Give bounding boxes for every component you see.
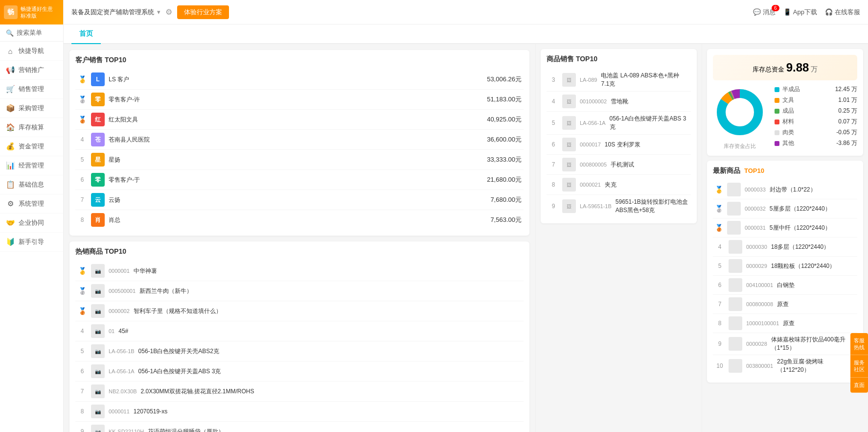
newest-product-item: 7 000800008 原查: [713, 295, 857, 314]
customer-top10-title: 客户销售 TOP10: [75, 56, 524, 65]
sidebar-item-basic[interactable]: 📋 基础信息: [0, 175, 63, 194]
newest-product-item: 8 10000100001 原查: [713, 314, 857, 333]
product-name: 夹克: [605, 181, 689, 189]
hot-product-item: 9 📷 KK-SD22110H 花语萌恒温分腿睡袋（厚款）: [75, 422, 524, 432]
product-code: 000800005: [580, 162, 607, 168]
sidebar-item-sales[interactable]: 🛒 销售管理: [0, 80, 63, 99]
app-download[interactable]: 📱 App下载: [783, 8, 817, 17]
sidebar-item-inventory[interactable]: 🏠 库存核算: [0, 118, 63, 137]
newest-product-item: 🥈 0000032 5厘多层（1220*2440）: [713, 199, 857, 218]
legend-value: -0.05 万: [836, 128, 857, 137]
nav-label-home: 快捷导航: [19, 47, 44, 55]
hot-product-item: 🥇 📷 0000001 中华神薯: [75, 261, 524, 281]
search-menu[interactable]: 🔍 搜索菜单: [0, 24, 63, 42]
rank-num: 8: [548, 181, 558, 188]
rank-medal: 🥇: [77, 75, 87, 83]
product-name: 12070519-xs: [134, 408, 522, 415]
nav-icon-inventory: 🏠: [6, 123, 15, 132]
rank-num: 4: [77, 136, 87, 143]
product-name: 手机测试: [611, 161, 689, 169]
sidebar-item-guide[interactable]: 🔰 新手引导: [0, 233, 63, 252]
customer-list-item: 6 零 零售客户-于 21,680.00元: [75, 170, 524, 190]
nav-icon-enterprise: 🤝: [6, 218, 15, 227]
legend-label: 其他: [782, 139, 833, 147]
product-code: NB2.0X30B: [109, 388, 137, 394]
float-btn-service[interactable]: 客服热线: [850, 333, 868, 356]
rank-num: 8: [77, 408, 87, 415]
product-code: 0000029: [746, 263, 767, 269]
product-thumbnail: 🖼: [562, 73, 576, 87]
customer-name: 零售客户-于: [109, 176, 483, 184]
customer-avatar: 红: [91, 113, 105, 126]
dropdown-icon[interactable]: ▾: [157, 8, 160, 16]
product-thumbnail: [727, 221, 741, 235]
product-code: 000800008: [746, 301, 773, 307]
product-thumbnail: 📷: [91, 344, 105, 358]
sold-product-item: 9 🖼 LA-59651-1B 59651-1B旋转投影灯电池盒ABS黑色+58…: [547, 195, 691, 217]
nav-icon-system: ⚙: [6, 199, 15, 208]
sidebar-item-finance[interactable]: 💰 资金管理: [0, 137, 63, 156]
message-icon: 💬: [753, 8, 761, 16]
donut-sub-label: 库存资金占比: [713, 143, 767, 150]
float-buttons: 客服热线服务社区直面: [850, 333, 868, 393]
topbar: 装备及固定资产辅助管理系统 ▾ ⚙ 体验行业方案 💬 消息 6 📱 App下载 …: [64, 0, 868, 24]
sidebar-item-system[interactable]: ⚙ 系统管理: [0, 194, 63, 214]
rank-medal: 🥇: [77, 267, 87, 275]
rank-num: 10: [715, 362, 725, 369]
legend-item: 材料 0.07 万: [775, 118, 857, 126]
topbar-right: 💬 消息 6 📱 App下载 🎧 在线客服: [753, 8, 860, 17]
hot-product-item: 8 📷 0000011 12070519-xs: [75, 402, 524, 422]
product-name: 原查: [777, 300, 855, 309]
product-code: 0000031: [745, 225, 766, 231]
product-thumbnail: 📷: [91, 264, 105, 278]
customer-value: 7,680.00元: [490, 195, 522, 204]
product-name: 白钢垫: [777, 281, 855, 289]
nav-icon-purchase: 📦: [6, 104, 15, 113]
rank-num: 7: [77, 388, 87, 395]
settings-icon[interactable]: ⚙: [165, 7, 172, 17]
nav-icon-guide: 🔰: [6, 238, 15, 246]
middle-column: 客户销售 TOP10 🥇 L LS 客户 53,006.26元 🥈 零 零售客户…: [64, 44, 535, 432]
float-btn-front[interactable]: 直面: [850, 378, 868, 393]
product-code: 0000001: [109, 268, 130, 274]
sidebar-item-purchase[interactable]: 📦 采购管理: [0, 99, 63, 118]
rank-num: 3: [548, 76, 558, 83]
legend-label: 半成品: [782, 85, 832, 94]
rank-num: 6: [77, 368, 87, 375]
product-thumbnail: [729, 259, 742, 273]
sidebar-logo: 畅 畅捷通好生意 标准版: [0, 0, 63, 24]
product-name: 59651-1B旋转投影灯电池盒ABS黑色+58克: [616, 198, 689, 215]
sidebar-item-marketing[interactable]: 📢 营销推广: [0, 61, 63, 80]
product-thumbnail: [729, 240, 742, 254]
rank-num: 9: [715, 340, 725, 347]
tab-home[interactable]: 首页: [71, 24, 101, 44]
float-btn-community[interactable]: 服务社区: [850, 355, 868, 378]
product-code: 0000017: [580, 142, 601, 147]
rank-num: 8: [715, 320, 725, 327]
message-badge[interactable]: 💬 消息 6: [753, 8, 776, 17]
customer-list-item: 7 云 云扬 7,680.00元: [75, 190, 524, 210]
product-code: KK-SD22110H: [109, 429, 144, 432]
sidebar-item-home[interactable]: ⌂ 快捷导航: [0, 42, 63, 61]
inventory-card: 库存总资金 9.88 万: [707, 49, 863, 156]
product-name: 056-1A白色按键开关盖ABS 3克: [610, 115, 689, 131]
product-name: 18颗粒板（1220*2440）: [771, 262, 855, 270]
online-service[interactable]: 🎧 在线客服: [825, 8, 860, 17]
product-code: 01: [109, 328, 114, 334]
sidebar-item-enterprise[interactable]: 🤝 企业协同: [0, 214, 63, 233]
legend-label: 成品: [782, 107, 835, 115]
nav-icon-home: ⌂: [6, 47, 15, 55]
trial-button[interactable]: 体验行业方案: [177, 5, 229, 19]
product-name: 5厘中纤（1220*2440）: [770, 224, 855, 232]
sidebar-item-operation[interactable]: 📊 经营管理: [0, 156, 63, 175]
legend-dot: [775, 109, 779, 114]
rank-medal: 🥉: [77, 307, 87, 315]
hot-product-item: 7 📷 NB2.0X30B 2.0X30MM双搓花轴.搓花直径2.1MM/ROH…: [75, 382, 524, 402]
mobile-icon: 📱: [783, 8, 791, 16]
product-name: 电池盖 LA-089 ABS本色+黑种 7.1克: [601, 72, 689, 88]
product-code: 0000028: [746, 341, 767, 347]
search-label: 搜索菜单: [17, 28, 42, 37]
legend-item: 文具 1.01 万: [775, 96, 857, 104]
right-panel: 库存总资金 9.88 万: [702, 44, 868, 432]
rank-medal: 🥈: [715, 205, 723, 213]
